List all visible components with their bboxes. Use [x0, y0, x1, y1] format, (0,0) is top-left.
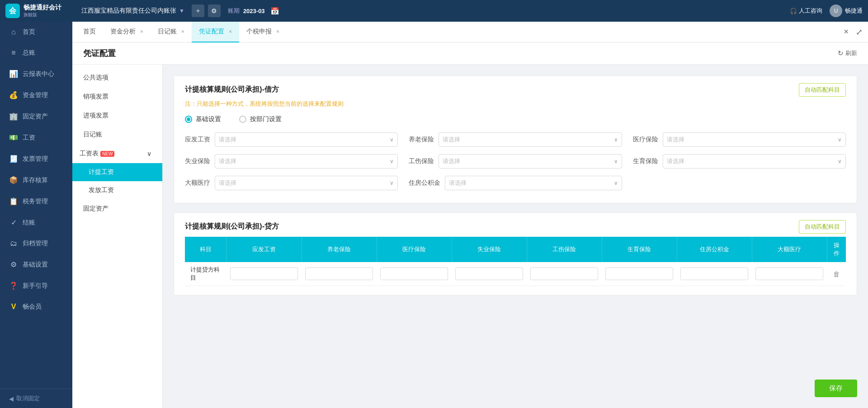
input-large-medical[interactable]	[755, 267, 823, 280]
cell-pension[interactable]	[302, 262, 377, 286]
tab-voucher-config[interactable]: 凭证配置 ×	[192, 22, 239, 42]
auto-match-debit-button[interactable]: 自动匹配科目	[799, 83, 846, 97]
input-gross[interactable]	[230, 267, 298, 280]
tab-close-journal[interactable]: ×	[181, 28, 184, 35]
nav-fixed-assets[interactable]: 固定资产	[72, 199, 162, 218]
col-pension: 养老保险	[302, 237, 377, 262]
delete-row-button[interactable]: 🗑	[833, 270, 840, 278]
radio-basic-circle	[185, 116, 192, 123]
cell-row-label: 计提贷方科目	[185, 262, 226, 286]
save-btn-bar: 保存	[815, 380, 857, 397]
medical-select[interactable]: 请选择 ∨	[663, 132, 846, 147]
cell-injury[interactable]	[527, 262, 602, 286]
nav-public-options[interactable]: 公共选项	[72, 68, 162, 87]
right-content: 自动匹配科目 计提核算规则(公司承担)-借方 注：只能选择一种方式，系统将按照您…	[163, 65, 868, 408]
service-button[interactable]: 🎧 人工咨询	[790, 7, 822, 15]
sidebar-item-ledger[interactable]: ≡ 总账	[0, 42, 72, 63]
form-item-pension: 养老保险 请选择 ∨	[409, 132, 622, 147]
refresh-icon: ↻	[838, 49, 844, 57]
radio-dept[interactable]: 按部门设置	[239, 115, 282, 123]
tab-tax-return[interactable]: 个税申报 ×	[239, 22, 287, 42]
gross-salary-select[interactable]: 请选择 ∨	[215, 132, 398, 147]
input-pension[interactable]	[305, 267, 373, 280]
radio-basic[interactable]: 基础设置	[185, 115, 221, 123]
sidebar-item-tax[interactable]: 📋 税务管理	[0, 191, 72, 212]
cell-maternity[interactable]	[602, 262, 677, 286]
pension-select[interactable]: 请选择 ∨	[439, 132, 622, 147]
input-housing[interactable]	[680, 267, 748, 280]
company-selector[interactable]: 江西服宝精品有限责任公司内账张 ▼	[81, 7, 184, 15]
headset-icon: 🎧	[790, 8, 797, 14]
tab-home[interactable]: 首页	[76, 22, 103, 42]
table-row: 计提贷方科目	[185, 262, 846, 286]
tab-close-all-icon[interactable]: ×	[842, 25, 850, 38]
auto-match-credit-button[interactable]: 自动匹配科目	[799, 220, 846, 234]
cell-medical[interactable]	[377, 262, 452, 286]
debit-form-grid: 应发工资 请选择 ∨ 养老保险 请选择 ∨	[185, 132, 846, 190]
unemployment-select[interactable]: 请选择 ∨	[215, 154, 398, 169]
nav-accrual-salary[interactable]: 计提工资	[72, 163, 162, 181]
sidebar-item-salary[interactable]: 💵 工资	[0, 127, 72, 148]
housing-select[interactable]: 请选择 ∨	[445, 176, 622, 190]
sidebar-item-funds[interactable]: 💰 资金管理	[0, 84, 72, 106]
cell-gross[interactable]	[226, 262, 302, 286]
nav-salary-group[interactable]: 工资表NEW ∨	[72, 144, 162, 163]
tab-journal[interactable]: 日记账 ×	[151, 22, 192, 42]
cell-large-medical[interactable]	[752, 262, 827, 286]
add-button[interactable]: ＋	[192, 5, 204, 17]
large-medical-select[interactable]: 请选择 ∨	[215, 176, 398, 190]
tab-close-tax[interactable]: ×	[276, 28, 279, 35]
salary-icon: 💵	[9, 133, 18, 142]
col-action: 操作	[827, 237, 846, 262]
calendar-icon[interactable]: 📅	[270, 7, 279, 15]
tab-close-voucher[interactable]: ×	[229, 28, 232, 35]
input-maternity[interactable]	[605, 267, 673, 280]
sidebar-item-invoice[interactable]: 🧾 发票管理	[0, 148, 72, 169]
user-menu[interactable]: U 畅捷通	[830, 5, 863, 17]
nav-purchase-invoice[interactable]: 进项发票	[72, 106, 162, 125]
sidebar-item-close[interactable]: ✓ 结账	[0, 212, 72, 233]
cell-action[interactable]: 🗑	[827, 262, 846, 286]
refresh-button[interactable]: ↻ 刷新	[838, 49, 857, 57]
reports-icon: 📊	[9, 70, 18, 78]
radio-group: 基础设置 按部门设置	[185, 115, 846, 123]
injury-arrow: ∨	[614, 158, 618, 164]
sidebar-item-guide[interactable]: ❓ 新手引导	[0, 275, 72, 296]
sidebar-item-home[interactable]: ⌂ 首页	[0, 22, 72, 42]
sidebar-item-assets[interactable]: 🏢 固定资产	[0, 106, 72, 127]
company-dropdown-icon[interactable]: ▼	[179, 8, 184, 14]
sidebar-item-reports[interactable]: 📊 云报表中心	[0, 63, 72, 84]
cell-housing[interactable]	[677, 262, 752, 286]
sidebar-item-settings[interactable]: ⚙ 基础设置	[0, 254, 72, 275]
form-item-unemployment: 失业保险 请选择 ∨	[185, 154, 398, 169]
save-button[interactable]: 保存	[815, 380, 857, 397]
page-content: 凭证配置 ↻ 刷新 公共选项 销项发票 进项发票 日记账 工资表NEW ∨	[72, 42, 868, 408]
avatar: U	[830, 5, 842, 17]
credit-table-wrap: 科目 应发工资 养老保险 医疗保险 失业保险 工伤保险 生育保险 住房公积金 大	[185, 237, 846, 286]
maternity-select[interactable]: 请选择 ∨	[663, 154, 846, 169]
settings-icon[interactable]: ⚙	[208, 5, 221, 17]
sidebar-item-vip[interactable]: V 畅会员	[0, 296, 72, 317]
nav-pay-salary[interactable]: 发放工资	[72, 181, 162, 199]
pin-icon: ◀	[9, 395, 14, 402]
tab-close-fund[interactable]: ×	[140, 28, 143, 35]
sidebar-item-inventory[interactable]: 📦 库存核算	[0, 169, 72, 191]
nav-journal[interactable]: 日记账	[72, 125, 162, 144]
col-unemployment: 失业保险	[452, 237, 527, 262]
credit-table-header: 科目 应发工资 养老保险 医疗保险 失业保险 工伤保险 生育保险 住房公积金 大	[185, 237, 846, 262]
input-medical[interactable]	[380, 267, 448, 280]
col-large-medical: 大额医疗	[752, 237, 827, 262]
cell-unemployment[interactable]	[452, 262, 527, 286]
sidebar-item-archive[interactable]: 🗂 归档管理	[0, 233, 72, 254]
home-icon: ⌂	[9, 28, 18, 36]
nav-sales-invoice[interactable]: 销项发票	[72, 87, 162, 106]
tab-expand-icon[interactable]: ⤢	[854, 25, 864, 39]
injury-select[interactable]: 请选择 ∨	[439, 154, 622, 169]
cancel-fixed-button[interactable]: ◀ 取消固定	[0, 389, 72, 408]
tab-fund-analysis[interactable]: 资金分析 ×	[103, 22, 151, 42]
input-injury[interactable]	[530, 267, 598, 280]
guide-icon: ❓	[9, 281, 18, 290]
content-area: 首页 资金分析 × 日记账 × 凭证配置 × 个税申报 × × ⤢	[72, 22, 868, 408]
invoice-icon: 🧾	[9, 155, 18, 163]
input-unemployment[interactable]	[455, 267, 523, 280]
